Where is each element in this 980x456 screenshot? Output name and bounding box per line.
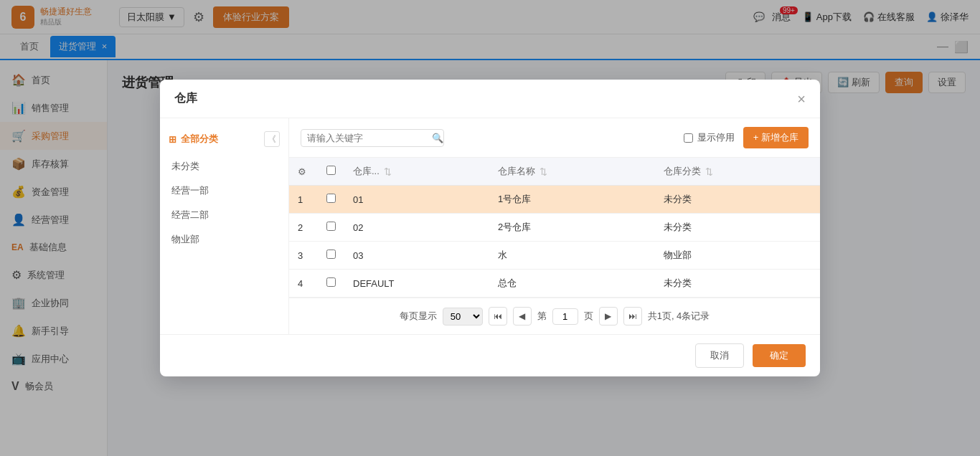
confirm-button[interactable]: 确定 [753,344,806,367]
toolbar-right: 显示停用 + 新增仓库 [684,127,809,148]
data-table: ⚙ 仓库... ⇅ [289,158,820,298]
row-code: 02 [344,214,489,242]
add-warehouse-button[interactable]: + 新增仓库 [743,127,809,148]
category-item-ops2[interactable]: 经营二部 [160,203,288,227]
table-head: ⚙ 仓库... ⇅ [289,158,820,186]
modal-overlay: 仓库 × ⊞ 全部分类 《 未分类 经营一部 经营二部 物业部 [0,0,980,456]
category-panel: ⊞ 全部分类 《 未分类 经营一部 经营二部 物业部 [160,118,289,334]
page-unit: 页 [584,310,593,323]
select-all-checkbox[interactable] [326,166,336,175]
modal-body: ⊞ 全部分类 《 未分类 经营一部 经营二部 物业部 [160,118,820,334]
settings-col-icon: ⚙ [298,166,306,177]
category-item-property[interactable]: 物业部 [160,227,288,252]
show-disabled-label[interactable]: 显示停用 [684,131,735,144]
first-page-button[interactable]: ⏮ [489,307,507,326]
sort-category-icon: ⇅ [705,166,713,177]
page-number-input[interactable] [552,308,578,325]
cancel-button[interactable]: 取消 [695,343,744,368]
row-index: 4 [289,270,318,298]
row-name: 总仓 [489,270,654,298]
row-checkbox-cell [318,270,344,298]
row-checkbox[interactable] [326,222,336,231]
warehouse-modal: 仓库 × ⊞ 全部分类 《 未分类 经营一部 经营二部 物业部 [160,80,820,376]
prev-page-button[interactable]: ◀ [513,307,532,326]
row-category: 未分类 [655,214,820,242]
table-body: 1 01 1号仓库 未分类 2 [289,186,820,298]
row-checkbox-cell [318,214,344,242]
table-panel: 🔍 显示停用 + 新增仓库 [289,118,820,334]
category-header: ⊞ 全部分类 《 [160,127,288,154]
page-size-label: 每页显示 [400,310,437,323]
show-disabled-checkbox[interactable] [684,133,693,143]
search-input[interactable] [307,133,428,143]
row-code: 03 [344,242,489,270]
search-icon: 🔍 [432,133,443,143]
row-category: 未分类 [655,270,820,298]
row-category: 物业部 [655,242,820,270]
th-category: 仓库分类 ⇅ [655,158,820,186]
row-name: 1号仓库 [489,186,654,214]
category-item-ops1[interactable]: 经营一部 [160,179,288,203]
modal-footer: 取消 确定 [160,334,820,376]
row-code: DEFAULT [344,270,489,298]
th-settings: ⚙ [289,158,318,186]
category-title-text: 全部分类 [181,133,218,146]
search-box: 🔍 [301,129,444,147]
last-page-button[interactable]: ⏭ [623,307,642,326]
th-checkbox [318,158,344,186]
page-word: 第 [537,310,547,323]
row-category: 未分类 [655,186,820,214]
table-toolbar: 🔍 显示停用 + 新增仓库 [289,118,820,158]
row-name: 2号仓库 [489,214,654,242]
page-size-select[interactable]: 50 100 200 [443,308,483,326]
row-index: 3 [289,242,318,270]
row-checkbox-cell [318,186,344,214]
modal-title: 仓库 [174,91,197,106]
table-row[interactable]: 4 DEFAULT 总仓 未分类 [289,270,820,298]
collapse-button[interactable]: 《 [264,131,280,147]
sort-code-icon: ⇅ [384,166,392,177]
th-code: 仓库... ⇅ [344,158,489,186]
row-index: 2 [289,214,318,242]
table-row[interactable]: 1 01 1号仓库 未分类 [289,186,820,214]
table-row[interactable]: 3 03 水 物业部 [289,242,820,270]
table-row[interactable]: 2 02 2号仓库 未分类 [289,214,820,242]
row-name: 水 [489,242,654,270]
row-checkbox[interactable] [326,194,336,203]
modal-header: 仓库 × [160,80,820,118]
row-checkbox[interactable] [326,277,336,287]
next-page-button[interactable]: ▶ [599,307,618,326]
category-item-unclassified[interactable]: 未分类 [160,154,288,179]
modal-close-button[interactable]: × [797,92,806,106]
grid-icon: ⊞ [169,134,176,145]
row-checkbox-cell [318,242,344,270]
row-code: 01 [344,186,489,214]
total-info: 共1页, 4条记录 [648,310,710,323]
pagination-bar: 每页显示 50 100 200 ⏮ ◀ 第 页 ▶ ⏭ 共1页, 4条记录 [289,298,820,334]
category-title: ⊞ 全部分类 [169,133,218,146]
sort-name-icon: ⇅ [540,166,547,177]
row-checkbox[interactable] [326,250,336,259]
row-index: 1 [289,186,318,214]
th-name: 仓库名称 ⇅ [489,158,654,186]
warehouse-table: ⚙ 仓库... ⇅ [289,158,820,298]
